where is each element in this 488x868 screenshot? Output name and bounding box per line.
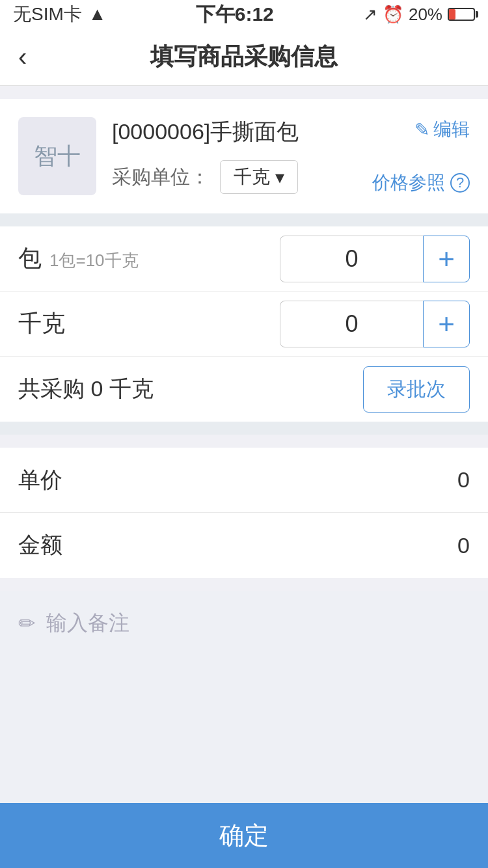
unit-selector[interactable]: 千克 ▾ xyxy=(220,160,298,194)
status-left: 无SIM卡 ▲ xyxy=(13,2,107,27)
total-text: 共采购 0 千克 xyxy=(18,374,154,404)
back-button[interactable]: ‹ xyxy=(18,42,27,72)
section-divider-1 xyxy=(0,213,488,226)
status-time: 下午6:12 xyxy=(196,1,274,28)
battery-percent: 20% xyxy=(409,5,442,25)
nav-bar: ‹ 填写商品采购信息 xyxy=(0,29,488,86)
bao-plus-button[interactable]: + xyxy=(423,236,470,282)
product-logo: 智十 xyxy=(34,142,81,170)
edit-icon: ✎ xyxy=(414,119,429,141)
remark-placeholder: 输入备注 xyxy=(46,609,129,638)
remark-section[interactable]: ✏ 输入备注 xyxy=(0,591,488,656)
battery-icon xyxy=(448,8,475,21)
kg-input[interactable] xyxy=(280,301,423,347)
status-bar: 无SIM卡 ▲ 下午6:12 ↗ ⏰ 20% xyxy=(0,0,488,29)
amount-value: 0 xyxy=(457,533,470,558)
section-divider-2 xyxy=(0,422,488,435)
price-ref-icon: ? xyxy=(450,173,470,193)
total-unit: 千克 xyxy=(109,376,154,401)
kg-plus-button[interactable]: + xyxy=(423,301,470,347)
quantity-label-kg: 千克 xyxy=(18,308,280,340)
total-amount: 0 xyxy=(90,376,109,401)
amount-label: 金额 xyxy=(18,530,62,560)
quantity-row-bao: 包 1包=10千克 + xyxy=(0,226,488,292)
nav-title: 填写商品采购信息 xyxy=(150,41,338,73)
kg-input-wrap: + xyxy=(280,301,470,347)
quantity-section: 包 1包=10千克 + 千克 + xyxy=(0,226,488,357)
bao-label: 包 xyxy=(18,243,42,275)
total-prefix: 共采购 xyxy=(18,376,85,401)
unit-price-row: 单价 0 xyxy=(0,448,488,513)
batch-button[interactable]: 录批次 xyxy=(363,366,470,413)
unit-label: 采购单位： xyxy=(112,164,210,191)
kg-label: 千克 xyxy=(18,308,65,340)
amount-row: 金额 0 xyxy=(0,513,488,578)
edit-label: 编辑 xyxy=(433,117,470,142)
alarm-icon: ⏰ xyxy=(383,5,403,25)
confirm-label: 确定 xyxy=(219,819,269,852)
carrier-text: 无SIM卡 xyxy=(13,2,82,27)
product-image: 智十 xyxy=(18,117,96,195)
quantity-label-bao: 包 1包=10千克 xyxy=(18,243,280,275)
bao-input[interactable] xyxy=(280,236,423,282)
dropdown-arrow: ▾ xyxy=(275,167,284,188)
confirm-button[interactable]: 确定 xyxy=(0,803,488,868)
price-section: 单价 0 金额 0 xyxy=(0,448,488,578)
bao-sublabel: 1包=10千克 xyxy=(49,249,139,272)
total-row: 共采购 0 千克 录批次 xyxy=(0,357,488,422)
pencil-icon: ✏ xyxy=(18,611,36,636)
price-ref-label: 价格参照 xyxy=(372,170,445,195)
product-card: 智十 [0000006]手撕面包 采购单位： 千克 ▾ ✎ 编辑 价格参照 ? xyxy=(0,99,488,213)
wifi-icon: ▲ xyxy=(88,4,107,25)
status-right: ↗ ⏰ 20% xyxy=(363,5,475,25)
unit-price-value: 0 xyxy=(457,467,470,493)
edit-button[interactable]: ✎ 编辑 xyxy=(414,117,470,142)
unit-value: 千克 xyxy=(234,165,270,189)
unit-price-label: 单价 xyxy=(18,465,62,495)
price-ref-button[interactable]: 价格参照 ? xyxy=(372,170,470,195)
location-icon: ↗ xyxy=(363,5,377,25)
bao-input-wrap: + xyxy=(280,236,470,282)
quantity-row-kg: 千克 + xyxy=(0,292,488,357)
